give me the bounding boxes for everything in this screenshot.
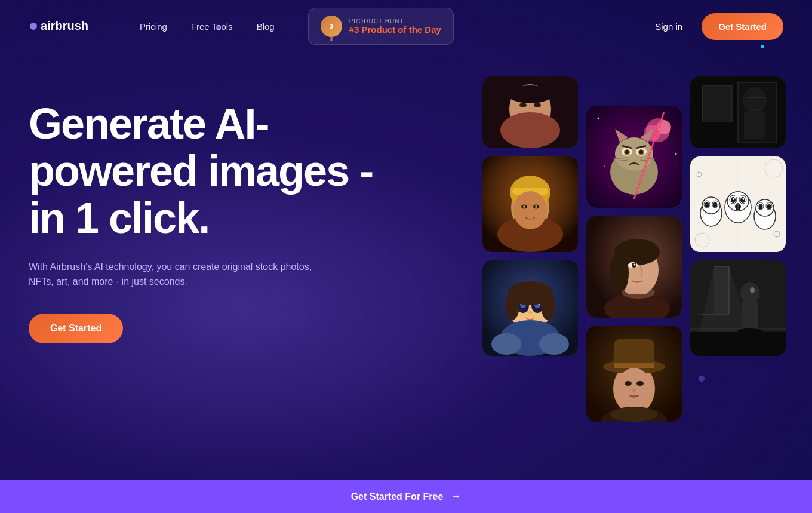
svg-point-35 <box>598 118 599 119</box>
image-animated-hero <box>482 260 578 356</box>
svg-point-85 <box>743 87 767 113</box>
svg-point-5 <box>519 103 527 107</box>
svg-point-32 <box>491 333 521 355</box>
logo-svg: airbrush <box>29 16 106 37</box>
svg-point-31 <box>541 290 555 320</box>
svg-point-28 <box>528 311 532 314</box>
sign-in-button[interactable]: Sign in <box>645 17 692 36</box>
svg-point-127 <box>737 328 763 333</box>
ph-text: PRODUCT HUNT #3 Product of the Day <box>349 18 441 35</box>
image-col-3 <box>690 76 786 422</box>
navbar: airbrush Pricing Free Tools Blog 3 PRODU… <box>0 0 812 53</box>
image-woman-profile <box>586 216 682 318</box>
svg-point-33 <box>539 333 569 355</box>
hero-content: Generate AI-powered images - in 1 click.… <box>29 88 399 343</box>
image-golden-warrior <box>482 156 578 252</box>
svg-point-123 <box>740 282 759 304</box>
hero-title: Generate AI-powered images - in 1 click. <box>29 100 399 242</box>
portrait-svg-2 <box>482 156 578 252</box>
svg-point-80 <box>632 389 636 392</box>
svg-rect-86 <box>744 112 765 139</box>
svg-point-17 <box>523 205 525 208</box>
svg-rect-83 <box>702 85 732 121</box>
svg-point-0 <box>30 23 37 30</box>
svg-point-111 <box>759 204 763 210</box>
svg-point-106 <box>713 202 718 208</box>
portrait-hat-svg <box>586 326 682 422</box>
image-manga-group <box>690 156 786 252</box>
hero-section: Generate AI-powered images - in 1 click.… <box>0 53 812 471</box>
portrait-svg-3 <box>482 260 578 356</box>
svg-point-77 <box>617 368 651 406</box>
image-grid <box>482 76 786 422</box>
nav-link-free-tools[interactable]: Free Tools <box>182 17 242 36</box>
svg-point-96 <box>731 197 736 203</box>
ph-label: PRODUCT HUNT <box>349 18 441 24</box>
svg-point-52 <box>625 150 629 154</box>
svg-point-79 <box>636 381 644 386</box>
nav-left: airbrush Pricing Free Tools Blog 3 PRODU… <box>29 8 454 45</box>
nav-right: Sign in Get Started <box>645 13 783 40</box>
svg-point-98 <box>733 198 735 200</box>
image-manga-panel <box>690 76 786 148</box>
ph-rank: #3 Product of the Day <box>349 24 441 35</box>
svg-point-4 <box>500 112 560 148</box>
svg-rect-119 <box>690 332 786 356</box>
image-grumpy-cat <box>586 106 682 208</box>
image-col-2 <box>586 106 682 422</box>
nav-link-pricing[interactable]: Pricing <box>130 17 177 36</box>
svg-point-6 <box>534 103 541 107</box>
svg-point-43 <box>615 137 653 171</box>
svg-point-53 <box>639 150 643 154</box>
svg-point-37 <box>604 165 605 167</box>
product-hunt-badge[interactable]: 3 PRODUCT HUNT #3 Product of the Day <box>308 8 454 45</box>
image-woman-closeup <box>482 76 578 148</box>
svg-point-99 <box>743 198 745 200</box>
svg-point-38 <box>675 153 677 155</box>
manga-panel-svg <box>690 76 786 148</box>
svg-point-18 <box>535 205 537 208</box>
image-col-1 <box>482 76 578 422</box>
portrait-svg-1 <box>482 76 578 148</box>
svg-point-66 <box>610 252 629 294</box>
svg-point-7 <box>508 85 553 103</box>
manga-group-svg <box>690 156 786 252</box>
svg-rect-124 <box>742 302 758 329</box>
image-woman-hat <box>586 326 682 422</box>
svg-rect-76 <box>614 363 654 368</box>
ph-medal-icon: 3 <box>321 16 342 37</box>
svg-point-14 <box>513 191 547 229</box>
svg-point-78 <box>625 381 632 386</box>
cat-svg <box>586 106 682 208</box>
nav-link-blog[interactable]: Blog <box>247 17 284 36</box>
noir-scene-svg <box>690 260 786 356</box>
svg-point-70 <box>622 287 655 299</box>
svg-point-69 <box>634 264 636 266</box>
bottom-bar-text: Get Started For Free <box>351 492 444 502</box>
portrait-profile-svg <box>586 216 682 318</box>
svg-point-30 <box>505 290 519 320</box>
bottom-bar-arrow: → <box>450 490 461 503</box>
logo[interactable]: airbrush <box>29 16 106 37</box>
svg-point-125 <box>750 287 755 293</box>
svg-text:airbrush: airbrush <box>41 19 88 32</box>
get-started-hero-button[interactable]: Get Started <box>29 314 123 343</box>
get-started-nav-button[interactable]: Get Started <box>702 13 783 40</box>
svg-point-81 <box>610 407 658 422</box>
hero-description: With Airbrush's AI technology, you can c… <box>29 259 315 290</box>
bottom-bar[interactable]: Get Started For Free → <box>0 480 812 513</box>
image-noir-scene <box>690 260 786 356</box>
svg-point-105 <box>705 202 709 208</box>
nav-links: Pricing Free Tools Blog <box>130 17 284 36</box>
svg-point-97 <box>740 197 745 203</box>
svg-point-112 <box>767 204 771 210</box>
